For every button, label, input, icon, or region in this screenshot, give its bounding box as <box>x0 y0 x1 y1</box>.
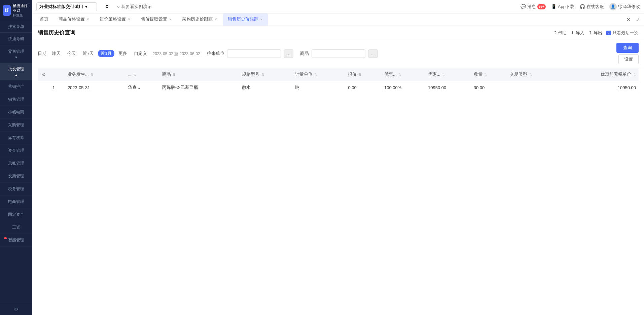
service-icon: 🎧 <box>580 4 585 9</box>
sidebar-item-sales[interactable]: 销售管理 <box>0 93 32 106</box>
sidebar-item-tax[interactable]: 税务管理 <box>0 183 32 196</box>
sidebar-item-fixed-assets[interactable]: 固定资产 <box>0 208 32 221</box>
date-option-last7[interactable]: 近7天 <box>80 50 97 57</box>
sort-icon-discount1: ⇅ <box>398 73 401 76</box>
table-row: 1 2023-05-31 华查... 丙烯酸-2-乙基己酯 散水 吨 0.00 … <box>38 81 639 94</box>
tab-purchase-history[interactable]: 采购历史价跟踪 × <box>177 13 222 26</box>
chevron-down-icon: ▾ <box>85 4 87 9</box>
col-discount2[interactable]: 优惠... ⇅ <box>425 68 471 81</box>
row-discount2: 10950.00 <box>425 81 471 94</box>
col-quantity[interactable]: 数量 ⇅ <box>471 68 507 81</box>
chevron-down-icon: ▼ <box>14 56 18 59</box>
source-unit-more-button[interactable]: ... <box>284 49 293 58</box>
export-icon: ⤒ <box>588 30 592 35</box>
col-product[interactable]: 商品 ⇅ <box>159 68 239 81</box>
col-spec[interactable]: 规格型号 ⇅ <box>239 68 292 81</box>
row-spec: 散水 <box>239 81 292 94</box>
product-input[interactable] <box>312 49 365 58</box>
export-button[interactable]: ⤒ 导出 <box>588 30 602 36</box>
col-biz-date[interactable]: 业务发生... ⇅ <box>65 68 125 81</box>
col-discount1[interactable]: 优惠... ⇅ <box>382 68 425 81</box>
user-menu[interactable]: 👤 徐泽华修改 <box>609 3 640 10</box>
sidebar-quick-nav[interactable]: 快捷导航 <box>0 33 32 45</box>
tabs-bar: 首页 商品价格设置 × 进价策略设置 × 售价提取设置 × 采购历史价跟踪 × … <box>32 13 644 26</box>
tab-purchase-strategy[interactable]: 进价策略设置 × <box>95 13 135 26</box>
tab-product-price[interactable]: 商品价格设置 × <box>54 13 94 26</box>
sidebar-item-inventory[interactable]: 库存核算 <box>0 132 32 144</box>
sidebar-item-ledger[interactable]: 总账管理 <box>0 157 32 170</box>
help-icon: ? <box>554 30 557 35</box>
demo-icon: ○ <box>117 4 120 9</box>
col-price[interactable]: 报价 ⇅ <box>345 68 381 81</box>
sidebar-item-invoice[interactable]: 发票管理 <box>0 170 32 183</box>
date-option-more[interactable]: 更多 <box>116 50 130 57</box>
sidebar: 好 畅捷通好业财 标准版 搜索菜单 快捷导航 零售管理 ▼ 批发管理 ▲ 营销推… <box>0 0 32 315</box>
topbar-settings[interactable]: ⚙ <box>102 3 112 10</box>
demo-link[interactable]: ○ 我要看实例演示 <box>117 4 152 10</box>
source-unit-label: 往来单位 <box>207 50 224 57</box>
help-button[interactable]: ? 帮助 <box>554 30 567 36</box>
page-title: 销售历史价查询 <box>38 29 75 36</box>
download-icon: 📱 <box>551 4 557 9</box>
sidebar-item-marketing[interactable]: 营销推广 <box>0 80 32 93</box>
sidebar-item-ecommerce-small[interactable]: 小畅电商 <box>0 106 32 119</box>
tab-close-product-price[interactable]: × <box>86 17 90 21</box>
tab-close-purchase-strategy[interactable]: × <box>127 17 131 21</box>
sidebar-item-retail[interactable]: 零售管理 ▼ <box>0 45 32 63</box>
date-option-last1month[interactable]: 近1月 <box>98 50 114 57</box>
message-button[interactable]: 💬 消息 99+ <box>521 4 546 10</box>
col-tx-type[interactable]: 交易类型 ⇅ <box>507 68 560 81</box>
date-option-yesterday[interactable]: 昨天 <box>49 50 63 57</box>
sort-icon-unit: ⇅ <box>314 73 317 76</box>
window-maximize-button[interactable]: ⤢ <box>635 16 641 23</box>
row-product: 丙烯酸-2-乙基己酯 <box>159 81 239 94</box>
user-avatar-icon: 👤 <box>609 3 617 10</box>
product-label: 商品 <box>300 50 309 57</box>
sidebar-item-purchase[interactable]: 采购管理 <box>0 119 32 132</box>
page-header: 销售历史价查询 ? 帮助 ⤓ 导入 ⤒ 导出 ✓ 只看最后一次 <box>32 26 644 39</box>
sidebar-settings-button[interactable]: ⚙ <box>0 303 32 315</box>
product-more-button[interactable]: ... <box>368 49 378 58</box>
row-pretax-price: 10950.00 <box>560 81 639 94</box>
sidebar-item-wholesale[interactable]: 批发管理 ▲ <box>0 63 32 80</box>
tab-close-price-extract[interactable]: × <box>169 17 172 21</box>
online-service-button[interactable]: 🎧 在线客服 <box>580 4 604 10</box>
tab-close-sales-history[interactable]: × <box>260 17 263 21</box>
last-only-checkbox[interactable]: ✓ 只看最后一次 <box>606 30 639 36</box>
date-option-today[interactable]: 今天 <box>65 50 79 57</box>
table-gear-icon[interactable]: ⚙ <box>42 72 46 77</box>
window-close-button[interactable]: ✕ <box>625 16 632 23</box>
col-more[interactable]: ... ⇅ <box>125 68 159 81</box>
sidebar-search[interactable]: 搜索菜单 <box>0 21 32 33</box>
sidebar-item-smart[interactable]: 智能管理 <box>0 234 32 247</box>
filter-bar: 日期 昨天 今天 近7天 近1月 更多 自定义 2023-05-02 至 202… <box>32 39 644 68</box>
source-unit-input[interactable] <box>227 49 281 58</box>
import-button[interactable]: ⤓ 导入 <box>571 30 584 36</box>
setting-button[interactable]: 设置 <box>618 54 639 64</box>
date-option-custom[interactable]: 自定义 <box>131 50 150 57</box>
col-unit[interactable]: 计量单位 ⇅ <box>292 68 346 81</box>
sort-icon-spec: ⇅ <box>261 73 264 76</box>
col-pretax-price[interactable]: 优惠前无税单价 ⇅ <box>560 68 639 81</box>
sort-icon-tx-type: ⇅ <box>529 73 532 76</box>
window-controls: ✕ ⤢ <box>625 16 641 23</box>
app-name: 畅捷通好业财 标准版 <box>13 3 30 18</box>
app-download-button[interactable]: 📱 App下载 <box>551 4 574 10</box>
filter-right-buttons: 查询 设置 <box>616 43 639 64</box>
tab-sales-history[interactable]: 销售历史价跟踪 × <box>223 13 268 26</box>
row-unit: 吨 <box>292 81 346 94</box>
tab-close-purchase-history[interactable]: × <box>214 17 217 21</box>
sidebar-item-ecommerce[interactable]: 电商管理 <box>0 196 32 208</box>
row-price: 0.00 <box>345 81 381 94</box>
sort-icon-more: ⇅ <box>133 73 136 77</box>
query-button[interactable]: 查询 <box>616 43 639 53</box>
sidebar-item-finance[interactable]: 资金管理 <box>0 144 32 157</box>
page-actions: ? 帮助 ⤓ 导入 ⤒ 导出 ✓ 只看最后一次 <box>554 30 639 36</box>
product-name: 好业财标准版交付试用 <box>39 4 83 10</box>
table-container: ⚙ 业务发生... ⇅ ... ⇅ 商品 ⇅ <box>32 68 644 315</box>
tab-price-extract[interactable]: 售价提取设置 × <box>136 13 177 26</box>
product-selector[interactable]: 好业财标准版交付试用 ▾ <box>36 2 97 11</box>
sidebar-item-payroll[interactable]: 工资 <box>0 221 32 234</box>
import-icon: ⤓ <box>571 30 574 35</box>
tab-home[interactable]: 首页 <box>35 13 53 26</box>
